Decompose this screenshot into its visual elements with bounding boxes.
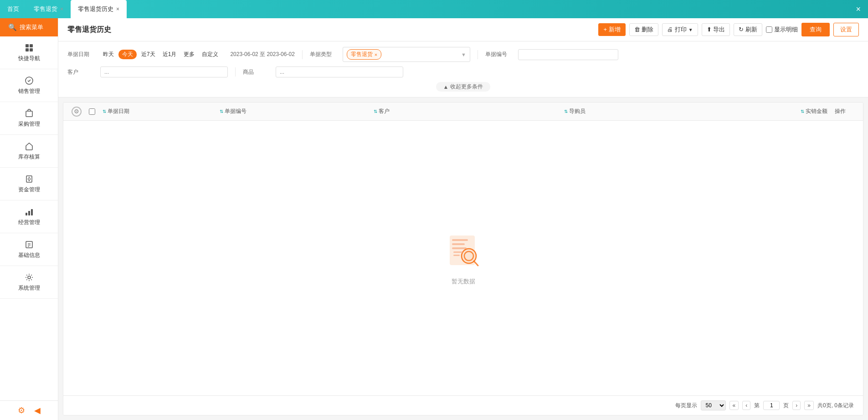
tab-retail-return-history[interactable]: 零售退货历史 ×: [71, 0, 127, 18]
th-guide[interactable]: ⇅ 导购员: [560, 104, 705, 119]
divider-2: [478, 50, 478, 59]
query-button[interactable]: 查询: [801, 23, 830, 36]
page-prev-button[interactable]: ‹: [742, 401, 750, 410]
sidebar-item-inventory[interactable]: 库存核算: [0, 135, 58, 168]
search-icon: 🔍: [8, 23, 17, 31]
pagination: 每页显示 50 10 20 100 « ‹ 第 页 › » 共0页, 0条记录: [63, 395, 863, 415]
date-opt-custom[interactable]: 自定义: [199, 50, 221, 59]
page-input[interactable]: [763, 401, 780, 410]
window-close-icon[interactable]: ×: [856, 5, 861, 14]
collapse-button[interactable]: ▲ 收起更多条件: [436, 82, 491, 92]
th-number[interactable]: ⇅ 单据编号: [216, 104, 370, 119]
table-select-all[interactable]: [89, 108, 95, 115]
svg-rect-21: [452, 247, 467, 249]
date-opt-1month[interactable]: 近1月: [160, 50, 180, 59]
page-size-select[interactable]: 50 10 20 100: [701, 400, 726, 410]
sales-icon: [24, 76, 34, 86]
table-settings-icon[interactable]: ⚙: [72, 107, 82, 117]
th-customer[interactable]: ⇅ 客户: [370, 104, 560, 119]
filter-area: 单据日期 昨天 今天 近7天 近1月 更多 自定义 2023-06-02 至 2…: [58, 41, 868, 97]
page-next-button[interactable]: ›: [792, 401, 801, 410]
print-button[interactable]: 🖨 打印 ▼: [662, 23, 698, 36]
svg-rect-2: [26, 48, 29, 51]
sidebar-search[interactable]: 🔍 搜索菜单: [0, 18, 58, 36]
svg-rect-0: [26, 44, 29, 47]
bill-number-label: 单据编号: [485, 51, 511, 58]
sidebar-item-system-mgmt[interactable]: 系统管理: [0, 266, 58, 299]
empty-state: 暂无数据: [441, 213, 486, 304]
page-title: 零售退货历史: [67, 25, 111, 35]
date-opt-7days[interactable]: 近7天: [139, 50, 158, 59]
date-options: 昨天 今天 近7天 近1月 更多 自定义: [100, 50, 221, 59]
top-bar: 首页 零售退货 × 零售退货历史 × ×: [0, 0, 868, 18]
header-actions: + 新增 🗑 删除 🖨 打印 ▼ ⬆ 导出 ↻ 刷新 显示明细 查询 设置: [598, 23, 859, 36]
date-opt-today[interactable]: 今天: [118, 50, 137, 59]
sidebar-item-sales-mgmt[interactable]: 销售管理: [0, 69, 58, 102]
display-detail-wrap: 显示明细: [766, 26, 798, 34]
date-label: 单据日期: [67, 51, 93, 58]
svg-rect-19: [452, 239, 468, 241]
svg-rect-10: [26, 213, 27, 215]
bill-type-select[interactable]: 零售退货 × ▼: [343, 47, 470, 62]
system-mgmt-icon: [24, 272, 34, 282]
collapse-row: ▲ 收起更多条件: [67, 82, 859, 92]
filter-row-1: 单据日期 昨天 今天 近7天 近1月 更多 自定义 2023-06-02 至 2…: [67, 47, 859, 62]
sort-asc-icon: ⇅: [103, 109, 106, 114]
set-button[interactable]: 设置: [833, 23, 859, 36]
collapse-icon: ▲: [443, 84, 449, 90]
sidebar-collapse-icon[interactable]: ◀: [34, 405, 41, 415]
tab-retail-return-history-close[interactable]: ×: [116, 6, 119, 12]
sort-asc-icon-5: ⇅: [801, 109, 804, 114]
sort-asc-icon-2: ⇅: [220, 109, 223, 114]
tab-retail-return[interactable]: 零售退货 ×: [26, 0, 71, 18]
bill-type-dropdown-icon: ▼: [461, 52, 466, 57]
th-date[interactable]: ⇅ 单据日期: [99, 104, 216, 119]
svg-rect-26: [453, 255, 460, 256]
main-layout: 🔍 搜索菜单 快捷导航 销售管理 采购管理 库存核算: [0, 18, 868, 420]
divider-1: [302, 50, 303, 59]
svg-rect-1: [30, 44, 33, 47]
sidebar-item-purchase-mgmt[interactable]: 采购管理: [0, 102, 58, 135]
delete-button[interactable]: 🗑 删除: [629, 23, 659, 36]
empty-text: 暂无数据: [452, 277, 475, 286]
goods-input[interactable]: [276, 67, 403, 77]
sidebar-item-operations[interactable]: 经营管理: [0, 200, 58, 233]
svg-point-7: [28, 178, 30, 180]
bill-number-input[interactable]: [518, 49, 618, 60]
purchase-icon: [24, 108, 34, 118]
sidebar-item-quick-nav[interactable]: 快捷导航: [0, 36, 58, 69]
th-amount[interactable]: ⇅ 实销金额: [797, 104, 831, 119]
svg-rect-5: [26, 111, 32, 117]
add-button[interactable]: + 新增: [598, 23, 625, 36]
bill-type-tag-close[interactable]: ×: [375, 52, 377, 57]
page-header: 零售退货历史 + 新增 🗑 删除 🖨 打印 ▼ ⬆ 导出 ↻ 刷新 显示明细 查…: [58, 18, 868, 41]
page-first-button[interactable]: «: [729, 401, 739, 410]
date-range: 2023-06-02 至 2023-06-02: [230, 51, 294, 58]
inventory-icon: [24, 141, 34, 151]
refresh-button[interactable]: ↻ 刷新: [734, 23, 762, 36]
sidebar: 🔍 搜索菜单 快捷导航 销售管理 采购管理 库存核算: [0, 18, 58, 420]
date-opt-yesterday[interactable]: 昨天: [100, 50, 117, 59]
tab-home[interactable]: 首页: [0, 0, 26, 18]
display-detail-checkbox[interactable]: [766, 26, 772, 33]
export-button[interactable]: ⬆ 导出: [702, 23, 730, 36]
bill-type-label: 单据类型: [310, 51, 335, 58]
content-area: 零售退货历史 + 新增 🗑 删除 🖨 打印 ▼ ⬆ 导出 ↻ 刷新 显示明细 查…: [58, 18, 868, 420]
filter-row-2: 客户 商品: [67, 67, 859, 77]
customer-input[interactable]: [100, 67, 228, 77]
svg-point-17: [28, 276, 31, 279]
page-last-button[interactable]: »: [804, 401, 814, 410]
svg-rect-12: [31, 209, 33, 215]
sidebar-gear-icon[interactable]: ⚙: [18, 405, 25, 415]
empty-illustration: [441, 231, 486, 272]
goods-label: 商品: [243, 68, 268, 76]
date-opt-more[interactable]: 更多: [181, 50, 197, 59]
table-body: 暂无数据: [63, 121, 863, 395]
operations-icon: [24, 207, 34, 217]
quick-nav-icon: [24, 43, 34, 53]
svg-rect-11: [28, 211, 30, 215]
svg-rect-3: [30, 48, 33, 51]
sidebar-item-finance[interactable]: 资金管理: [0, 168, 58, 200]
sidebar-item-basic-info[interactable]: 基础信息: [0, 233, 58, 266]
tab-retail-return-close[interactable]: ×: [60, 6, 63, 12]
